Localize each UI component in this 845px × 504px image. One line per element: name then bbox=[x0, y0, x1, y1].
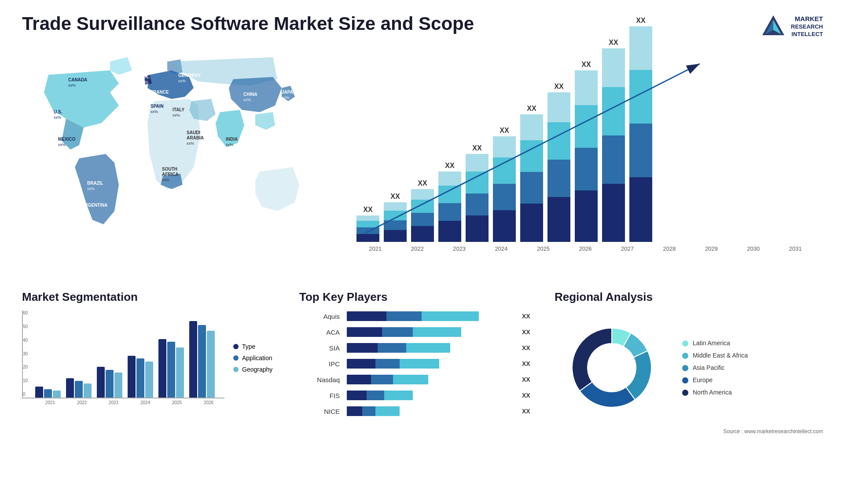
player-bar-segment bbox=[375, 406, 400, 416]
bar-group: XX bbox=[356, 206, 379, 242]
bar-segment bbox=[575, 190, 598, 242]
svg-text:SOUTH: SOUTH bbox=[162, 167, 177, 172]
player-row: IPCXX bbox=[299, 358, 541, 369]
bar-segment bbox=[575, 70, 598, 105]
seg-legend-item: Application bbox=[233, 354, 286, 362]
bar-group: XX bbox=[384, 193, 407, 242]
bar-value: XX bbox=[554, 83, 563, 91]
player-value: XX bbox=[519, 344, 541, 351]
player-value: XX bbox=[519, 392, 541, 399]
bar-value: XX bbox=[445, 162, 454, 170]
seg-bar bbox=[114, 373, 122, 398]
seg-bar bbox=[167, 342, 175, 398]
player-bar-segment bbox=[378, 343, 406, 353]
svg-text:U.K.: U.K. bbox=[141, 74, 150, 79]
bar-stack bbox=[384, 202, 407, 242]
seg-bars bbox=[35, 321, 222, 398]
donut-segment bbox=[572, 328, 612, 391]
player-bar bbox=[347, 375, 428, 384]
bar-segment bbox=[575, 148, 598, 190]
seg-y-labels: 0 10 20 30 40 50 60 bbox=[23, 310, 28, 398]
seg-bar-group bbox=[66, 378, 92, 398]
player-value: XX bbox=[519, 360, 541, 367]
bar-year-label: 2023 bbox=[441, 245, 478, 252]
svg-text:xx%: xx% bbox=[151, 95, 158, 100]
bar-segment bbox=[384, 202, 407, 211]
bar-year-label: 2024 bbox=[482, 245, 520, 252]
player-name: NICE bbox=[299, 408, 343, 415]
seg-chart-container: 0 10 20 30 40 50 60 bbox=[22, 310, 224, 405]
bar-segment bbox=[466, 215, 489, 242]
svg-text:AFRICA: AFRICA bbox=[162, 172, 179, 177]
bar-segment bbox=[384, 211, 407, 220]
seg-legend-label: Application bbox=[242, 354, 272, 362]
player-bar-container bbox=[347, 374, 516, 385]
bar-groups: XXXXXXXXXXXXXXXXXXXXXX bbox=[356, 17, 814, 242]
svg-text:MEXICO: MEXICO bbox=[58, 137, 76, 142]
player-name: IPC bbox=[299, 360, 343, 368]
page-container: Trade Surveillance Software Market Size … bbox=[0, 0, 845, 504]
player-row: SIAXX bbox=[299, 342, 541, 354]
player-bar-segment bbox=[347, 311, 386, 321]
svg-text:GERMANY: GERMANY bbox=[178, 73, 201, 78]
bar-year-label: 2029 bbox=[693, 245, 730, 252]
seg-bar bbox=[35, 387, 43, 398]
player-bar-container bbox=[347, 326, 516, 338]
bar-year-label: 2025 bbox=[525, 245, 562, 252]
bar-segment bbox=[493, 210, 516, 242]
player-bar bbox=[347, 327, 461, 337]
player-bar bbox=[347, 391, 413, 400]
seg-x-label: 2024 bbox=[129, 400, 161, 405]
player-name: Aquis bbox=[299, 313, 343, 320]
seg-bar-group bbox=[128, 356, 153, 398]
player-value: XX bbox=[519, 376, 541, 383]
svg-text:xx%: xx% bbox=[282, 95, 289, 100]
bar-segment bbox=[493, 184, 516, 210]
svg-text:xx%: xx% bbox=[68, 83, 76, 88]
player-bar-segment bbox=[400, 359, 439, 369]
bar-segment bbox=[629, 70, 652, 124]
svg-text:xx%: xx% bbox=[187, 141, 194, 146]
region-legend-item: Asia Pacific bbox=[682, 364, 748, 371]
svg-text:FRANCE: FRANCE bbox=[151, 90, 169, 95]
bar-segment bbox=[438, 186, 461, 203]
player-bar-container bbox=[347, 358, 516, 369]
svg-text:xx%: xx% bbox=[151, 110, 158, 114]
seg-x-label: 2025 bbox=[161, 400, 193, 405]
bar-stack bbox=[629, 26, 652, 242]
players-section: Top Key Players AquisXXACAXXSIAXXIPCXXNa… bbox=[299, 290, 541, 435]
region-legend: Latin AmericaMiddle East & AfricaAsia Pa… bbox=[682, 340, 748, 396]
player-value: XX bbox=[519, 329, 541, 336]
region-legend-dot bbox=[682, 365, 688, 371]
bar-segment bbox=[629, 124, 652, 177]
seg-x-label: 2023 bbox=[98, 400, 129, 405]
bottom-grid: Market Segmentation 0 10 20 30 40 50 bbox=[22, 290, 823, 435]
bar-segment bbox=[493, 157, 516, 184]
seg-bar bbox=[75, 381, 83, 398]
svg-text:xx%: xx% bbox=[87, 186, 95, 191]
bar-segment bbox=[466, 194, 489, 215]
bar-year-label: 2021 bbox=[356, 245, 394, 252]
bar-segment bbox=[411, 189, 434, 200]
bar-segment bbox=[384, 220, 407, 230]
players-list: AquisXXACAXXSIAXXIPCXXNasdaqXXFISXXNICEX… bbox=[299, 310, 541, 417]
seg-legend-label: Type bbox=[242, 343, 255, 350]
player-bar-segment bbox=[347, 375, 371, 384]
seg-bar-group bbox=[35, 387, 61, 398]
bar-segment bbox=[520, 114, 543, 140]
seg-bar bbox=[44, 389, 52, 398]
svg-text:BRAZIL: BRAZIL bbox=[87, 181, 103, 186]
bar-segment bbox=[411, 226, 434, 242]
svg-text:xx%: xx% bbox=[243, 98, 251, 102]
player-bar-container bbox=[347, 390, 516, 401]
svg-text:CHINA: CHINA bbox=[243, 92, 257, 97]
seg-bar-group bbox=[158, 339, 184, 398]
player-bar-segment bbox=[406, 343, 450, 353]
bar-segment bbox=[466, 172, 489, 194]
seg-legend-dot bbox=[233, 367, 239, 372]
bar-group: XX bbox=[520, 105, 543, 242]
player-bar-segment bbox=[375, 359, 400, 369]
bar-segment bbox=[520, 140, 543, 172]
bar-segment bbox=[629, 177, 652, 242]
bar-value: XX bbox=[363, 206, 372, 214]
